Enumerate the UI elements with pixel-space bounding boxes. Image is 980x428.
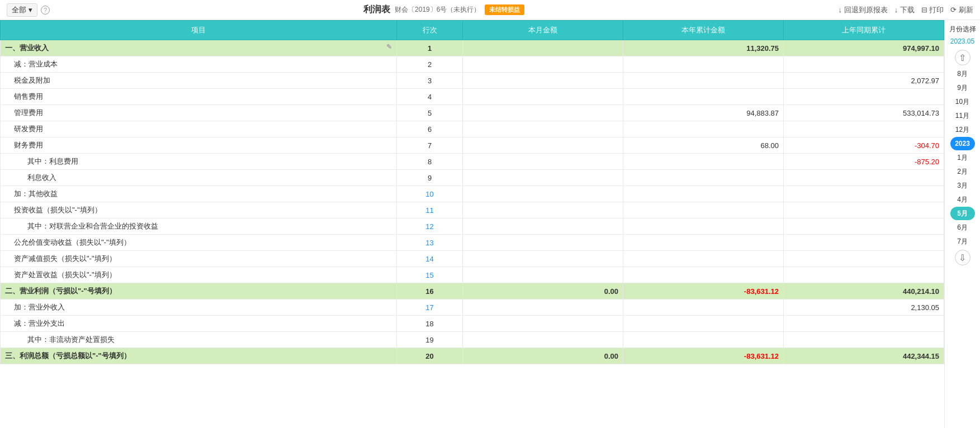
- table-row[interactable]: 一、营业收入✎111,320.75974,997.10: [1, 40, 944, 56]
- month-item[interactable]: 2023: [950, 137, 975, 150]
- cell-prev: 533,014.73: [784, 105, 944, 121]
- table-row[interactable]: 其中：非流动资产处置损失19: [1, 332, 944, 348]
- cell-item: 财务费用: [1, 137, 397, 154]
- month-item[interactable]: 12月: [950, 123, 975, 136]
- cell-year: 94,883.87: [623, 105, 784, 121]
- cell-item: 其中：非流动资产处置损失: [1, 332, 397, 348]
- month-item[interactable]: 11月: [950, 109, 975, 122]
- cell-month: [463, 73, 623, 89]
- table-row[interactable]: 管理费用594,883.87533,014.73: [1, 105, 944, 121]
- cell-year: [623, 332, 784, 348]
- cell-year: 68.00: [623, 137, 784, 154]
- month-item[interactable]: 5月: [950, 207, 975, 220]
- cell-item: 减：营业外支出: [1, 316, 397, 332]
- cell-row-num: 11: [396, 202, 462, 218]
- cell-row-num: 4: [396, 89, 462, 105]
- back-btn[interactable]: ↓ 回退到原报表: [839, 5, 888, 15]
- cell-item: 减：营业成本: [1, 56, 397, 73]
- table-row[interactable]: 减：营业外支出18: [1, 316, 944, 332]
- cell-prev: [784, 89, 944, 105]
- month-item[interactable]: 7月: [950, 235, 975, 248]
- table-area: 项目 行次 本月金额 本年累计金额 上年同期累计 一、营业收入✎111,320.…: [0, 20, 944, 428]
- top-bar-left: 全部 ▾ ?: [7, 3, 50, 17]
- table-row[interactable]: 减：营业成本2: [1, 56, 944, 73]
- table-row[interactable]: 其中：对联营企业和合营企业的投资收益12: [1, 218, 944, 235]
- cell-year: [623, 218, 784, 235]
- cell-month: [463, 299, 623, 316]
- table-row[interactable]: 资产减值损失（损失以"-"填列）14: [1, 251, 944, 267]
- help-icon[interactable]: ?: [41, 6, 50, 15]
- table-row[interactable]: 财务费用768.00-304.70: [1, 137, 944, 154]
- cell-prev: [784, 316, 944, 332]
- month-item[interactable]: 4月: [950, 193, 975, 206]
- cell-year: [623, 89, 784, 105]
- breadcrumb-select[interactable]: 全部 ▾: [7, 3, 37, 17]
- dropdown-icon: ▾: [29, 6, 32, 14]
- cell-row-num: 5: [396, 105, 462, 121]
- cell-row-num: 1: [396, 40, 462, 56]
- cell-year: [623, 154, 784, 170]
- download-btn[interactable]: ↓ 下载: [894, 5, 915, 15]
- cell-year: [623, 170, 784, 186]
- month-item[interactable]: 9月: [950, 81, 975, 94]
- month-down-btn[interactable]: ⇩: [955, 250, 970, 265]
- cell-month: [463, 267, 623, 283]
- cell-prev: [784, 121, 944, 137]
- cell-row-num: 7: [396, 137, 462, 154]
- cell-prev: [784, 186, 944, 202]
- cell-month: [463, 186, 623, 202]
- cell-prev: [784, 251, 944, 267]
- cell-item: 其中：对联营企业和合营企业的投资收益: [1, 218, 397, 235]
- table-row[interactable]: 公允价值变动收益（损失以"-"填列）13: [1, 235, 944, 251]
- cell-row-num: 18: [396, 316, 462, 332]
- print-btn[interactable]: ⊟ 打印: [921, 5, 944, 15]
- table-row[interactable]: 利息收入9: [1, 170, 944, 186]
- edit-icon[interactable]: ✎: [386, 43, 392, 51]
- cell-item: 加：其他收益: [1, 186, 397, 202]
- cell-month: [463, 316, 623, 332]
- header-item: 项目: [1, 21, 397, 40]
- cell-year: [623, 267, 784, 283]
- table-row[interactable]: 投资收益（损失以"-"填列）11: [1, 202, 944, 218]
- table-row[interactable]: 加：营业外收入172,130.05: [1, 299, 944, 316]
- refresh-btn[interactable]: ⟳ 刷新: [950, 5, 973, 15]
- cell-item: 资产处置收益（损失以"-"填列）: [1, 267, 397, 283]
- cell-month: [463, 105, 623, 121]
- cell-item: 加：营业外收入: [1, 299, 397, 316]
- month-item[interactable]: 8月: [950, 67, 975, 80]
- cell-row-num: 16: [396, 283, 462, 299]
- table-row[interactable]: 二、营业利润（亏损以"-"号填列）160.00-83,631.12440,214…: [1, 283, 944, 299]
- breadcrumb-text: 全部: [12, 5, 26, 15]
- cell-month: 0.00: [463, 283, 623, 299]
- cell-prev: [784, 170, 944, 186]
- cell-year: -83,631.12: [623, 283, 784, 299]
- cell-prev: [784, 202, 944, 218]
- cell-row-num: 17: [396, 299, 462, 316]
- month-item[interactable]: 10月: [950, 95, 975, 108]
- top-bar-right: ↓ 回退到原报表 ↓ 下载 ⊟ 打印 ⟳ 刷新: [839, 5, 974, 15]
- month-item[interactable]: 1月: [950, 151, 975, 164]
- table-row[interactable]: 加：其他收益10: [1, 186, 944, 202]
- cell-month: [463, 202, 623, 218]
- cell-year: [623, 235, 784, 251]
- cell-prev: [784, 56, 944, 73]
- cell-month: [463, 332, 623, 348]
- cell-year: [623, 299, 784, 316]
- side-panel-title: 月份选择: [949, 25, 976, 34]
- cell-year: [623, 56, 784, 73]
- month-item[interactable]: 3月: [950, 179, 975, 192]
- table-row[interactable]: 销售费用4: [1, 89, 944, 105]
- cell-prev: [784, 332, 944, 348]
- month-up-btn[interactable]: ⇧: [955, 50, 970, 65]
- table-row[interactable]: 资产处置收益（损失以"-"填列）15: [1, 267, 944, 283]
- table-row[interactable]: 研发费用6: [1, 121, 944, 137]
- table-row[interactable]: 税金及附加32,072.97: [1, 73, 944, 89]
- cell-prev: 974,997.10: [784, 40, 944, 56]
- month-item[interactable]: 2月: [950, 165, 975, 178]
- doc-info: 财会〔2019〕6号（未执行）: [395, 5, 480, 15]
- month-item[interactable]: 6月: [950, 221, 975, 234]
- cell-prev: -304.70: [784, 137, 944, 154]
- table-row[interactable]: 其中：利息费用8-875.20: [1, 154, 944, 170]
- cell-row-num: 10: [396, 186, 462, 202]
- table-row[interactable]: 三、利润总额（亏损总额以"-"号填列）200.00-83,631.12442,3…: [1, 348, 944, 364]
